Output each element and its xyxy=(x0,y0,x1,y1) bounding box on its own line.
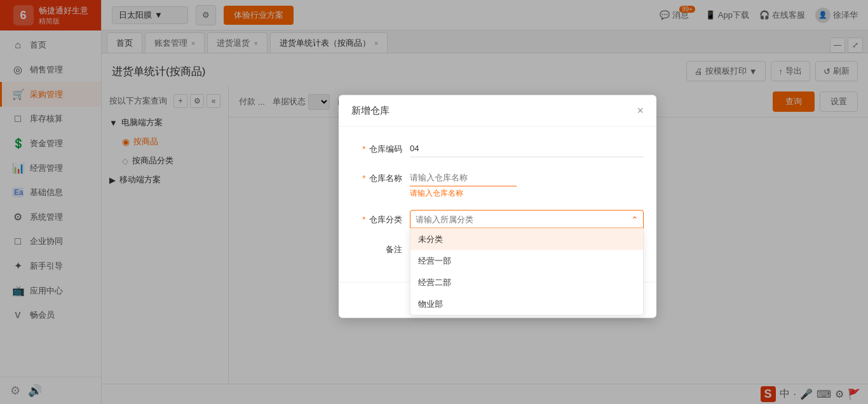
category-label: * 仓库分类 xyxy=(351,210,402,226)
name-label: * 仓库名称 xyxy=(351,169,402,184)
code-input[interactable] xyxy=(410,140,644,158)
remark-label: 备注 xyxy=(351,240,402,255)
category-label-text: 仓库分类 xyxy=(369,215,402,224)
modal-title: 新增仓库 xyxy=(351,105,390,117)
category-dropdown: 未分类 经营一部 经营二部 物业部 xyxy=(410,229,644,316)
required-mark-code: * xyxy=(362,144,365,154)
name-error-msg: 请输入仓库名称 xyxy=(410,188,644,199)
code-field-row: * 仓库编码 xyxy=(351,140,644,158)
modal-header: 新增仓库 × xyxy=(339,95,656,127)
name-field-row: * 仓库名称 请输入仓库名称 xyxy=(351,169,644,199)
name-input[interactable] xyxy=(410,169,517,187)
modal-body: * 仓库编码 * 仓库名称 请输入仓库名称 * 仓库分类 ⌃ xyxy=(339,127,656,282)
code-label: * 仓库编码 xyxy=(351,140,402,155)
dropdown-item-1[interactable]: 经营一部 xyxy=(410,250,643,272)
required-mark-category: * xyxy=(362,215,365,224)
modal-close-button[interactable]: × xyxy=(637,104,644,118)
name-field-wrapper: 请输入仓库名称 xyxy=(410,169,644,199)
name-label-text: 仓库名称 xyxy=(369,173,402,183)
code-label-text: 仓库编码 xyxy=(369,144,402,154)
category-field-row: * 仓库分类 ⌃ 未分类 经营一部 经营二部 物业部 xyxy=(351,210,644,229)
category-input[interactable] xyxy=(410,210,644,229)
dropdown-item-3[interactable]: 物业部 xyxy=(410,293,643,315)
remark-label-text: 备注 xyxy=(386,245,402,254)
add-warehouse-modal: 新增仓库 × * 仓库编码 * 仓库名称 请输入仓库名称 * xyxy=(339,95,656,318)
dropdown-item-0[interactable]: 未分类 xyxy=(410,229,643,250)
category-select-wrapper: ⌃ 未分类 经营一部 经营二部 物业部 xyxy=(410,210,644,229)
dropdown-item-2[interactable]: 经营二部 xyxy=(410,272,643,293)
required-mark-name: * xyxy=(362,173,365,183)
category-arrow-icon: ⌃ xyxy=(631,214,639,224)
